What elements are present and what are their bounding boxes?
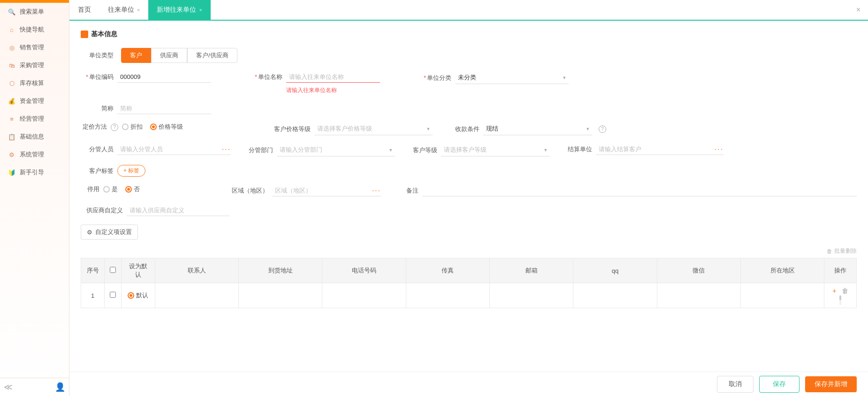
wechat-input[interactable] (662, 292, 736, 299)
col-contact: 联系人 (155, 258, 238, 283)
region-group: 区域（地区） ··· (231, 185, 381, 196)
chevron-down-icon2: ▾ (427, 126, 430, 132)
custom-settings-button[interactable]: ⚙ 自定义项设置 (81, 225, 138, 240)
sidebar-expand-icon[interactable]: ≪ (4, 382, 13, 392)
unit-name-input[interactable] (286, 71, 380, 83)
region-input[interactable] (272, 185, 372, 196)
unit-name-group: *单位名称 请输入往来单位名称 (250, 71, 400, 94)
content-area: 基本信息 单位类型 客户 供应商 客户/供应商 *单位编码 (69, 21, 868, 372)
row-actions: + 🗑 (824, 283, 857, 308)
guide-icon: 🔰 (8, 168, 16, 177)
customer-level-select[interactable]: 请选择客户等级 ▾ (441, 144, 550, 156)
disabled-row: 停用 是 否 区域（地区） ··· (81, 185, 857, 196)
sidebar-item-label: 快捷导航 (20, 25, 44, 34)
row-delete-btn[interactable]: 🗑 (840, 286, 850, 295)
unit-btn-both[interactable]: 客户/供应商 (187, 48, 237, 63)
radio-no-label: 否 (134, 185, 140, 194)
radio-price-level[interactable]: 价格等级 (150, 123, 183, 131)
col-phone: 电话号码 (322, 258, 406, 283)
add-tag-button[interactable]: + 标签 (117, 165, 145, 177)
row-index: 1 (81, 283, 105, 308)
save-new-button[interactable]: 保存并新增 (805, 376, 857, 392)
region-more-btn[interactable]: ··· (372, 186, 381, 195)
manager-more-btn[interactable]: ··· (222, 145, 231, 154)
sidebar-item-purchase[interactable]: 🛍 采购管理 (0, 56, 69, 74)
short-name-input[interactable] (117, 103, 211, 114)
radio-discount-label: 折扣 (130, 123, 143, 131)
finance-icon: 💰 (8, 97, 16, 105)
row-default: 默认 (122, 283, 155, 308)
customer-tag-group: 客户标签 + 标签 (81, 165, 857, 177)
sidebar-item-sales[interactable]: ◎ 销售管理 (0, 39, 69, 56)
sidebar-item-label: 新手引导 (20, 168, 44, 177)
manager-input[interactable] (117, 144, 222, 155)
row-checkbox-cell (105, 283, 122, 308)
remark-input[interactable] (422, 185, 857, 196)
department-select[interactable]: 请输入分管部门 ▾ (277, 144, 395, 156)
unit-category-select[interactable]: 未分类 ▾ (455, 71, 569, 84)
col-fax: 传真 (406, 258, 489, 283)
radio-discount[interactable]: 折扣 (122, 123, 143, 131)
sidebar-item-label: 库存核算 (20, 79, 44, 87)
row-region (741, 283, 824, 308)
tab-new-counterparty-close[interactable]: × (199, 7, 202, 13)
unit-btn-supplier[interactable]: 供应商 (151, 48, 187, 63)
disabled-radio-group: 是 否 (103, 185, 140, 194)
qq-input[interactable] (578, 292, 652, 299)
sidebar-item-label: 采购管理 (20, 61, 44, 70)
save-button[interactable]: 保存 (759, 376, 799, 393)
pricing-help-icon[interactable]: ? (111, 124, 118, 131)
phone-input[interactable] (327, 292, 401, 299)
contact-input[interactable] (160, 292, 234, 299)
unit-type-row: 单位类型 客户 供应商 客户/供应商 (81, 48, 857, 63)
fax-input[interactable] (411, 292, 485, 299)
sidebar-item-label: 搜索菜单 (20, 8, 44, 16)
cancel-button[interactable]: 取消 (717, 376, 754, 393)
sidebar-item-operations[interactable]: ≡ 经营管理 (0, 110, 69, 128)
batch-delete-button[interactable]: 🗑 批量删除 (827, 247, 857, 255)
sidebar-item-quick-nav[interactable]: ⌂ 快捷导航 (0, 21, 69, 39)
sidebar-item-guide[interactable]: 🔰 新手引导 (0, 163, 69, 181)
address-input[interactable] (244, 292, 317, 299)
row-default-radio[interactable]: 默认 (126, 291, 150, 300)
supplier-custom-input[interactable] (127, 205, 230, 216)
tab-counterparty-close[interactable]: × (137, 7, 140, 13)
email-input[interactable] (495, 292, 568, 299)
sidebar-item-basic-info[interactable]: 📋 基础信息 (0, 128, 69, 146)
unit-code-input[interactable] (117, 71, 211, 83)
radio-no-circle (125, 186, 132, 193)
sidebar-item-inventory[interactable]: ⬡ 库存核算 (0, 74, 69, 92)
tab-new-counterparty[interactable]: 新增往来单位 × (148, 0, 210, 20)
sidebar-item-search[interactable]: 🔍 搜索菜单 (0, 3, 69, 21)
radio-no[interactable]: 否 (125, 185, 140, 194)
sidebar-user-icon[interactable]: 👤 (55, 382, 65, 392)
radio-yes[interactable]: 是 (103, 185, 118, 194)
row-address (238, 283, 322, 308)
short-name-group: 简称 (81, 103, 231, 114)
sidebar-item-system[interactable]: ⚙ 系统管理 (0, 146, 69, 163)
unit-btn-customer[interactable]: 客户 (121, 48, 151, 63)
tab-home[interactable]: 首页 (69, 0, 99, 20)
col-region: 所在地区 (741, 258, 824, 283)
customer-price-select[interactable]: 请选择客户价格等级 ▾ (314, 123, 433, 135)
settlement-unit-input[interactable] (596, 144, 715, 155)
customer-price-label: 客户价格等级 (273, 125, 311, 133)
payment-terms-select[interactable]: 现结 ▾ (483, 123, 592, 135)
pricing-method-group: 定价方法 ? 折扣 价格等级 (81, 123, 259, 131)
radio-yes-circle (103, 186, 110, 193)
row-add-btn[interactable]: + (830, 286, 838, 295)
settlement-unit-wrapper: ··· (596, 144, 723, 155)
region-col-input[interactable] (746, 292, 819, 299)
select-all-checkbox[interactable] (110, 267, 116, 273)
row-checkbox[interactable] (110, 292, 116, 298)
sidebar-item-finance[interactable]: 💰 资金管理 (0, 92, 69, 110)
short-name-row: 简称 (81, 103, 857, 114)
sidebar-item-label: 系统管理 (20, 150, 44, 159)
tab-close-all[interactable]: × (849, 6, 868, 14)
payment-help-icon[interactable]: ? (599, 125, 606, 133)
tab-counterparty[interactable]: 往来单位 × (99, 0, 148, 20)
chevron-down-icon: ▾ (563, 75, 566, 81)
unit-category-label: *单位分类 (419, 74, 451, 82)
settlement-unit-more-btn[interactable]: ··· (715, 145, 723, 154)
required-star: * (86, 73, 88, 80)
